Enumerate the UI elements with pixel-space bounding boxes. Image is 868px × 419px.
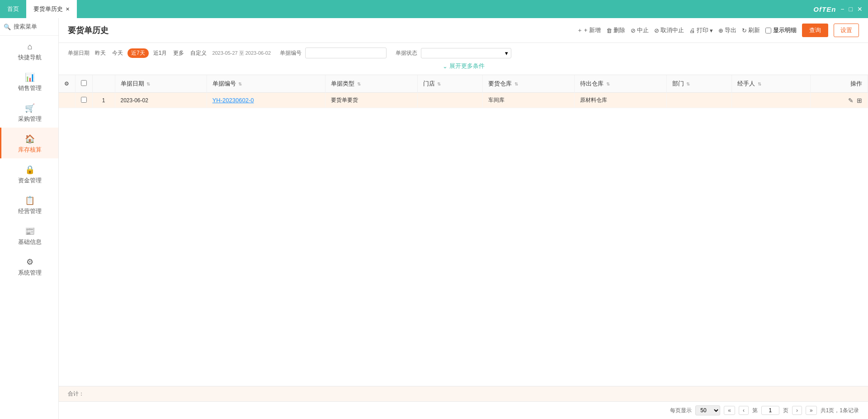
- row-handler: [732, 93, 811, 108]
- cancel-stop-button[interactable]: ⊘ 取消中止: [654, 26, 684, 34]
- table-footer: 合计：: [59, 386, 868, 401]
- row-dept: [666, 93, 732, 108]
- col-store-header[interactable]: 门店 ⇅: [417, 75, 483, 93]
- page-number-input[interactable]: [761, 406, 779, 415]
- col-date-sort-icon: ⇅: [146, 81, 150, 86]
- col-dept-header[interactable]: 部门 ⇅: [666, 75, 732, 93]
- col-bill-no-sort-icon: ⇅: [238, 81, 242, 86]
- system-icon: ⚙: [26, 257, 33, 267]
- row-checkbox[interactable]: [81, 97, 87, 103]
- table-body: 1 2023-06-02 YH-20230602-0 要货单要货 车间库 原材料…: [59, 93, 868, 108]
- col-operation-label: 操作: [850, 80, 862, 87]
- operation-icon: 📋: [25, 195, 35, 205]
- sidebar-search[interactable]: 🔍 搜索菜单: [0, 18, 58, 36]
- date-filter-group: 单据日期 昨天 今天 近7天 近1月 更多 自定义 2023-05-27 至 2…: [68, 48, 271, 58]
- delete-button[interactable]: 🗑 删除: [606, 26, 625, 34]
- col-settings-header[interactable]: ⚙: [59, 75, 75, 93]
- col-bill-type-sort-icon: ⇅: [357, 81, 361, 86]
- new-button[interactable]: ＋ + 新增: [577, 26, 601, 34]
- page-label: 页: [783, 407, 788, 414]
- sidebar-item-finance-label: 资金管理: [18, 176, 42, 185]
- data-table: ⚙ 单据日期 ⇅ 单据编号 ⇅: [59, 75, 868, 108]
- sidebar-item-quick-nav-label: 快捷导航: [18, 53, 42, 62]
- print-button[interactable]: 🖨 打印 ▾: [689, 26, 713, 34]
- export-button[interactable]: ⊕ 导出: [718, 26, 736, 34]
- sidebar-search-label: 搜索菜单: [14, 23, 37, 31]
- content: 要货单历史 ＋ + 新增 🗑 删除 ⊘ 中止 ⊘: [59, 18, 868, 419]
- date-option-today[interactable]: 今天: [110, 48, 125, 58]
- status-select[interactable]: ▾: [421, 48, 511, 58]
- sidebar-item-finance[interactable]: 🔒 资金管理: [0, 158, 58, 189]
- row-operation: ✎ ⊞: [811, 93, 868, 108]
- row-num: 1: [92, 93, 115, 108]
- page-title: 要货单历史: [68, 25, 108, 36]
- delete-label: 删除: [613, 26, 625, 34]
- page-title-row: 要货单历史 ＋ + 新增 🗑 删除 ⊘ 中止 ⊘: [68, 24, 859, 37]
- sidebar-item-quick-nav[interactable]: ⌂ 快捷导航: [0, 36, 58, 66]
- minimize-btn[interactable]: −: [840, 5, 844, 13]
- stop-button[interactable]: ⊘ 中止: [631, 26, 649, 34]
- row-bill-type: 要货单要货: [326, 93, 417, 108]
- print-dropdown-icon: ▾: [710, 27, 713, 34]
- stop-icon: ⊘: [631, 27, 636, 34]
- export-label: 导出: [725, 26, 736, 34]
- col-pending-warehouse-header[interactable]: 待出仓库 ⇅: [575, 75, 666, 93]
- display-detail-checkbox[interactable]: [765, 28, 771, 33]
- expand-filter-button[interactable]: ⌄ 展开更多条件: [68, 62, 859, 70]
- purchase-icon: 🛒: [25, 103, 35, 113]
- sidebar-item-operation-label: 经营管理: [18, 207, 42, 215]
- sidebar-item-system[interactable]: ⚙ 系统管理: [0, 251, 58, 281]
- tab-list: 首页 要货单历史 ✕: [0, 0, 77, 18]
- row-date: 2023-06-02: [115, 93, 207, 108]
- select-all-checkbox[interactable]: [81, 80, 87, 86]
- col-bill-type-label: 单据类型: [331, 80, 354, 87]
- tab-home[interactable]: 首页: [0, 0, 26, 18]
- col-handler-header[interactable]: 经手人 ⇅: [732, 75, 811, 93]
- maximize-btn[interactable]: □: [849, 5, 853, 13]
- date-option-more[interactable]: 更多: [171, 48, 186, 58]
- expand-filter-icon: ⌄: [443, 63, 448, 70]
- sidebar-item-sales[interactable]: 📊 销售管理: [0, 66, 58, 97]
- sidebar-item-basic-info[interactable]: 📰 基础信息: [0, 220, 58, 251]
- display-detail-toggle[interactable]: 显示明细: [765, 26, 797, 34]
- tab-close-icon[interactable]: ✕: [66, 6, 70, 12]
- page-size-label: 每页显示: [670, 407, 692, 414]
- bill-no-link[interactable]: YH-20230602-0: [212, 97, 254, 104]
- last-page-button[interactable]: »: [806, 406, 817, 415]
- col-store-label: 门店: [423, 80, 435, 87]
- row-checkbox-cell: [75, 93, 92, 108]
- refresh-button[interactable]: ↻ 刷新: [742, 26, 760, 34]
- stop-label: 中止: [637, 26, 649, 34]
- sidebar-item-purchase[interactable]: 🛒 采购管理: [0, 97, 58, 128]
- col-req-warehouse-header[interactable]: 要货仓库 ⇅: [483, 75, 575, 93]
- new-icon: ＋: [577, 26, 583, 34]
- query-button[interactable]: 查询: [802, 24, 828, 37]
- close-btn[interactable]: ✕: [857, 5, 863, 13]
- prev-page-button[interactable]: ‹: [739, 406, 749, 415]
- table-header-row: ⚙ 单据日期 ⇅ 单据编号 ⇅: [59, 75, 868, 93]
- row-edit-icon[interactable]: ✎: [848, 97, 854, 104]
- date-option-yesterday[interactable]: 昨天: [93, 48, 108, 58]
- next-page-button[interactable]: ›: [792, 406, 802, 415]
- first-page-button[interactable]: «: [724, 406, 735, 415]
- col-bill-no-header[interactable]: 单据编号 ⇅: [207, 75, 326, 93]
- settings-button[interactable]: 设置: [834, 24, 859, 37]
- tab-requisition-history[interactable]: 要货单历史 ✕: [26, 0, 77, 18]
- row-more-icon[interactable]: ⊞: [857, 97, 862, 104]
- date-option-custom[interactable]: 自定义: [189, 48, 208, 58]
- bill-no-input[interactable]: [305, 48, 387, 58]
- page-size-select[interactable]: 10 20 50 100: [695, 405, 720, 415]
- toolbar: ＋ + 新增 🗑 删除 ⊘ 中止 ⊘ 取消中止: [577, 24, 859, 37]
- date-filter-label: 单据日期: [68, 49, 90, 57]
- sidebar-item-inventory[interactable]: 🏠 库存核算: [0, 128, 58, 158]
- date-option-1month[interactable]: 近1月: [151, 48, 169, 58]
- col-dept-label: 部门: [672, 80, 684, 87]
- col-date-header[interactable]: 单据日期 ⇅: [115, 75, 207, 93]
- sidebar-item-operation[interactable]: 📋 经营管理: [0, 189, 58, 220]
- sidebar-item-purchase-label: 采购管理: [18, 115, 42, 123]
- date-option-7days[interactable]: 近7天: [127, 48, 149, 58]
- finance-icon: 🔒: [25, 165, 35, 175]
- expand-filter-label: 展开更多条件: [449, 62, 485, 70]
- col-bill-type-header[interactable]: 单据类型 ⇅: [326, 75, 417, 93]
- status-filter-group: 单据状态 ▾: [396, 48, 511, 58]
